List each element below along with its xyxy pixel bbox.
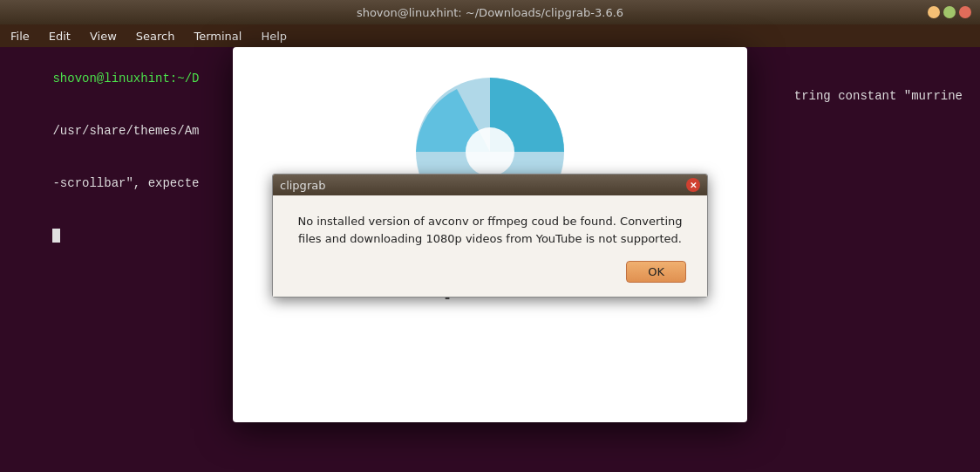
terminal-right-line1: tring constant "murrine — [794, 87, 963, 105]
error-dialog-titlebar: clipgrab ✕ — [273, 174, 707, 195]
menu-help[interactable]: Help — [257, 28, 290, 44]
terminal-text-2: /usr/share/themes/Am — [52, 124, 199, 138]
menu-view[interactable]: View — [86, 28, 120, 44]
menubar: File Edit View Search Terminal Help — [0, 24, 980, 47]
error-dialog-title: clipgrab — [280, 179, 325, 192]
terminal-prompt: shovon@linuxhint:~/D — [52, 72, 199, 86]
terminal-right-text: tring constant "murrine — [794, 52, 963, 174]
maximize-button[interactable] — [943, 6, 956, 18]
menu-terminal[interactable]: Terminal — [190, 28, 245, 44]
error-dialog-body: No installed version of avconv or ffmpeg… — [273, 195, 707, 297]
close-button[interactable] — [959, 6, 971, 18]
clipgrab-window: Clip Grab 3 clipgrab ✕ No installed vers… — [233, 47, 747, 422]
ok-button[interactable]: OK — [626, 261, 686, 283]
error-dialog-buttons: OK — [294, 261, 686, 283]
error-dialog-close-button[interactable]: ✕ — [686, 178, 700, 192]
menu-edit[interactable]: Edit — [45, 28, 74, 44]
menu-file[interactable]: File — [7, 28, 33, 44]
minimize-button[interactable] — [928, 6, 940, 18]
terminal-text-3: -scrollbar", expecte — [52, 176, 199, 190]
window-controls — [928, 6, 971, 18]
terminal-cursor — [52, 229, 60, 243]
terminal-background: shovon@linuxhint: ~/Downloads/clipgrab-3… — [0, 0, 980, 472]
titlebar: shovon@linuxhint: ~/Downloads/clipgrab-3… — [0, 0, 980, 24]
error-dialog: clipgrab ✕ No installed version of avcon… — [272, 174, 708, 298]
titlebar-title: shovon@linuxhint: ~/Downloads/clipgrab-3… — [357, 6, 623, 19]
menu-search[interactable]: Search — [133, 28, 179, 44]
error-dialog-message: No installed version of avconv or ffmpeg… — [294, 213, 686, 247]
svg-point-1 — [466, 127, 514, 176]
